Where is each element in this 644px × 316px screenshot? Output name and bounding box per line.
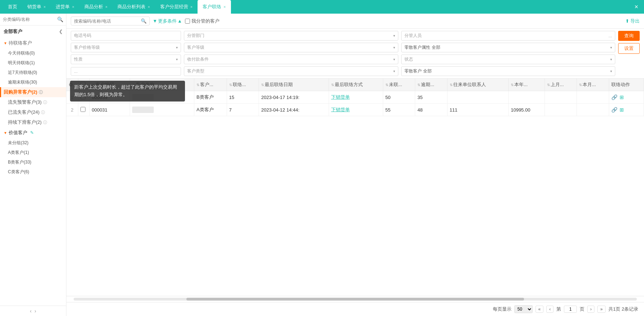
sidebar-search-input[interactable]: [3, 17, 56, 22]
customer-type-arrow-icon: ▾: [393, 69, 395, 73]
sidebar-item-class-c[interactable]: C类客户(6): [0, 167, 66, 177]
filter-row-3: 性质 ▾ 收付款条件 ▾ 状态 ▾: [71, 55, 615, 64]
sidebar-item-7days[interactable]: 近7天待联络(0): [0, 68, 66, 77]
my-customers-checkbox-area: 我分管的客户: [185, 18, 219, 24]
th-type[interactable]: ⇅客户...: [194, 79, 227, 91]
row-1-link-icon[interactable]: 🔗: [611, 94, 617, 100]
nav-purchase-order[interactable]: 进货单 ×: [51, 0, 79, 14]
filter-customer-type[interactable]: 客户类型 ▾: [184, 66, 398, 76]
row-2-last-method: 下销货单: [329, 104, 383, 116]
row-1-qrcode-icon[interactable]: ⊞: [620, 94, 624, 100]
per-page-select[interactable]: 50 20 100: [514, 305, 533, 313]
content-area: 距客户上次交易时长，超过了此客户的平均交易周期的1.5倍，则视为异常。 🔍 ▼ …: [66, 14, 644, 316]
window-close-button[interactable]: ×: [631, 3, 641, 11]
th-contacts[interactable]: ⇅联络...: [227, 79, 259, 91]
filter-phone[interactable]: 电话号码: [71, 31, 181, 41]
last-page-button[interactable]: »: [597, 306, 606, 313]
row-1-type: B类客户: [194, 91, 227, 104]
row-1-this-month: [577, 91, 609, 104]
row-1-uncontacted: 50: [383, 91, 415, 104]
row-2-method-link[interactable]: 下销货单: [331, 107, 350, 112]
sidebar-item-churn-warning[interactable]: 流失预警客户(3) ⓘ: [0, 97, 66, 107]
sidebar-item-class-a[interactable]: A类客户(1): [0, 148, 66, 157]
value-customer-edit-icon[interactable]: ✎: [30, 130, 34, 135]
th-last-contact-method[interactable]: ⇅最后联络方式: [329, 79, 383, 91]
th-last-contact-date[interactable]: ⇅最后联络日期: [259, 79, 329, 91]
th-last-month[interactable]: ⇅上月...: [545, 79, 576, 91]
nav-customer-contact-close[interactable]: ×: [223, 5, 226, 9]
rebuy-abnormal-label: 回购异常客户(2): [4, 89, 37, 95]
nav-customer-layered[interactable]: 客户分层经营 ×: [155, 0, 198, 14]
row-2-select-checkbox[interactable]: [80, 107, 85, 112]
all-customers-label: 全部客户: [4, 28, 22, 35]
sidebar-group-value-customer[interactable]: ▼ 价值客户 ✎: [0, 127, 66, 138]
nav-product-analysis-close[interactable]: ×: [105, 5, 107, 9]
nav-purchase-order-close[interactable]: ×: [72, 5, 74, 9]
nav-product-analysis-list[interactable]: 商品分析列表 ×: [112, 0, 155, 14]
export-button[interactable]: ⬆ 导出: [625, 18, 640, 24]
sidebar-item-rebuy-abnormal[interactable]: 回购异常客户(2) ⓘ: [0, 87, 66, 97]
horizontal-scrollbar-thumb[interactable]: [186, 298, 524, 301]
sidebar-item-tomorrow[interactable]: 明天待联络(1): [0, 58, 66, 68]
filter-row-2: 客户价格等级 ▾ 客户等级 ▾ 零散客户属性 全部 ▾: [71, 43, 615, 52]
churn-warning-info-icon: ⓘ: [43, 100, 47, 105]
th-this-month[interactable]: ⇅本月...: [577, 79, 609, 91]
filter-customer-grade[interactable]: 客户等级 ▾: [184, 43, 398, 52]
prev-page-button[interactable]: ‹: [546, 306, 553, 313]
scattered-customer-arrow-icon: ▾: [610, 69, 612, 73]
th-uncontacted[interactable]: ⇅未联...: [383, 79, 415, 91]
th-contact-person[interactable]: ⇅往来单位联系人: [447, 79, 508, 91]
sidebar-item-overdue[interactable]: 逾期未联络(30): [0, 77, 66, 87]
sidebar-item-unclassified[interactable]: 未分组(32): [0, 138, 66, 148]
nav-customer-layered-close[interactable]: ×: [190, 5, 193, 9]
sidebar-group-pending-contact[interactable]: ▼ 待联络客户: [0, 38, 66, 48]
more-conditions-button[interactable]: ▼ 更多条件 ▲: [153, 18, 182, 24]
filter-payment-terms[interactable]: 收付款条件 ▾: [184, 55, 398, 64]
horizontal-scrollbar[interactable]: [74, 298, 637, 301]
row-1-last-date: 2023-04-17 14:19:: [259, 91, 329, 104]
filter-price-grade[interactable]: 客户价格等级 ▾: [71, 43, 181, 52]
nav-home[interactable]: 首页: [3, 0, 22, 14]
filter-status[interactable]: 状态 ▾: [401, 55, 615, 64]
page-input[interactable]: [564, 306, 577, 313]
filter-action-buttons: 查询 设置: [618, 31, 640, 54]
nav-sales-order-close[interactable]: ×: [43, 5, 46, 9]
query-button[interactable]: 查询: [618, 31, 640, 41]
conditions-arrow-icon: ▲: [177, 18, 182, 24]
first-page-button[interactable]: «: [536, 306, 544, 313]
sidebar-item-class-b[interactable]: B类客户(33): [0, 157, 66, 167]
search-icon[interactable]: 🔍: [141, 18, 147, 24]
row-2-link-icon[interactable]: 🔗: [611, 107, 617, 113]
next-page-button[interactable]: ›: [587, 306, 594, 313]
nav-sales-order[interactable]: 销货单 ×: [22, 0, 51, 14]
nav-product-analysis[interactable]: 商品分析 ×: [79, 0, 112, 14]
sidebar-item-today[interactable]: 今天待联络(0): [0, 48, 66, 58]
th-overdue[interactable]: ⇅逾期...: [415, 79, 447, 91]
filter-dots-field[interactable]: ...: [71, 67, 181, 76]
filter-nature[interactable]: 性质 ▾: [71, 55, 181, 64]
nav-product-analysis-list-close[interactable]: ×: [148, 5, 150, 9]
settings-button[interactable]: 设置: [618, 43, 640, 54]
nav-customer-contact[interactable]: 客户联络 ×: [198, 0, 231, 14]
my-customers-checkbox[interactable]: [185, 19, 190, 24]
sidebar-scroll-right-icon[interactable]: ›: [34, 307, 37, 315]
payment-terms-arrow-icon: ▾: [393, 57, 395, 61]
sidebar-search-icon[interactable]: 🔍: [57, 16, 63, 22]
filter-dept[interactable]: 分管部门 ▾: [184, 31, 398, 41]
total-records-label: 共1页 2条记录: [608, 306, 638, 312]
row-1-method-link[interactable]: 下销货单: [331, 94, 350, 100]
customer-grade-arrow-icon: ▾: [393, 46, 395, 49]
filter-manager[interactable]: 分管人员 ...: [401, 31, 615, 41]
filter-scattered-attr[interactable]: 零散客户属性 全部 ▾: [401, 43, 615, 52]
sidebar-scroll-left-icon[interactable]: ‹: [29, 307, 32, 315]
value-customer-label: 价值客户: [9, 129, 27, 136]
status-arrow-icon: ▾: [610, 57, 612, 61]
declining-info-icon: ⓘ: [43, 120, 47, 125]
sidebar-item-declining[interactable]: 持续下滑客户(2) ⓘ: [0, 117, 66, 127]
th-this-year[interactable]: ⇅本年...: [509, 79, 545, 91]
filter-scattered-customer[interactable]: 零散客户 全部 ▾: [401, 66, 615, 76]
row-2-qrcode-icon[interactable]: ⊞: [620, 107, 624, 113]
search-input[interactable]: [74, 19, 139, 24]
sidebar-all-customers[interactable]: 全部客户 ❮: [0, 25, 66, 38]
sidebar-item-churned[interactable]: 已流失客户(24) ⓘ: [0, 107, 66, 117]
